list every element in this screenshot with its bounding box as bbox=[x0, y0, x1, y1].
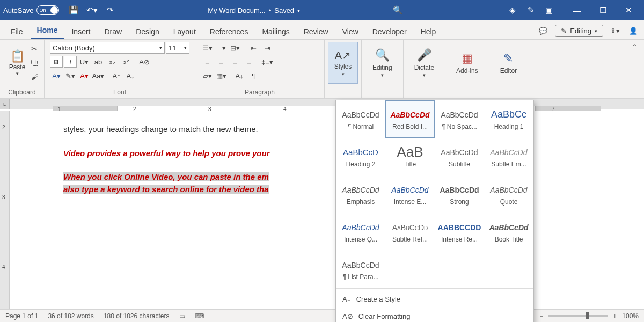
zoom-value[interactable]: 100% bbox=[622, 312, 639, 320]
styles-button[interactable]: A↗ Styles ▾ bbox=[328, 42, 358, 84]
change-case-icon[interactable]: Aa▾ bbox=[92, 70, 105, 82]
tab-references[interactable]: References bbox=[203, 23, 255, 39]
tab-developer[interactable]: Developer bbox=[366, 23, 413, 39]
copy-icon[interactable]: ⿻ bbox=[31, 58, 39, 67]
maximize-button[interactable]: ☐ bbox=[590, 1, 615, 19]
font-size-select[interactable]: 11▾ bbox=[166, 42, 189, 54]
accessibility-icon[interactable]: ⌨ bbox=[195, 312, 204, 320]
style--list-para-[interactable]: AaBbCcDd¶ List Para... bbox=[336, 251, 385, 288]
line-spacing-icon[interactable]: ‡≡▾ bbox=[261, 56, 274, 68]
comments-icon[interactable]: 💬 bbox=[537, 25, 550, 37]
bold-button[interactable]: B bbox=[50, 56, 63, 68]
borders-icon[interactable]: ▦▾ bbox=[215, 70, 228, 82]
style-intense-e-[interactable]: AaBbCcDdIntense E... bbox=[385, 175, 435, 213]
font-color-icon[interactable]: A▾ bbox=[78, 70, 91, 82]
zoom-slider[interactable] bbox=[548, 315, 608, 317]
doc-title[interactable]: My Word Docum... • Saved ▾ bbox=[208, 6, 300, 14]
page-count[interactable]: Page 1 of 1 bbox=[5, 312, 38, 320]
editor-button[interactable]: ✎ Editor bbox=[495, 42, 522, 84]
italic-button[interactable]: I bbox=[64, 56, 77, 68]
font-name-select[interactable]: Calibri (Body)▾ bbox=[50, 42, 165, 54]
account-icon[interactable]: 👤 bbox=[627, 25, 640, 37]
tab-layout[interactable]: Layout bbox=[167, 23, 202, 39]
tab-help[interactable]: Help bbox=[414, 23, 443, 39]
wand-icon[interactable]: ✎ bbox=[522, 1, 540, 19]
style--no-spac-[interactable]: AaBbCcDd¶ No Spac... bbox=[435, 100, 484, 138]
inc-indent-icon[interactable]: ⇥ bbox=[261, 42, 274, 54]
shrink-font-icon[interactable]: A↓ bbox=[124, 70, 137, 82]
undo-icon[interactable]: ↶▾ bbox=[83, 1, 101, 19]
clear-format-icon[interactable]: A⊘ bbox=[138, 56, 151, 68]
numbering-icon[interactable]: ≣▾ bbox=[215, 42, 228, 54]
style-intense-re-[interactable]: AABBCCDDIntense Re... bbox=[435, 213, 484, 251]
style-book-title[interactable]: AaBbCcDdBook Title bbox=[484, 213, 533, 251]
style-subtitle[interactable]: AaBbCcDdSubtitle bbox=[435, 138, 484, 175]
collapse-ribbon-icon[interactable]: ⌃ bbox=[632, 40, 644, 98]
tab-mailings[interactable]: Mailings bbox=[255, 23, 296, 39]
tab-draw[interactable]: Draw bbox=[98, 23, 128, 39]
style-emphasis[interactable]: AaBbCcDdEmphasis bbox=[336, 175, 385, 213]
save-icon[interactable]: 💾 bbox=[64, 1, 83, 19]
show-marks-icon[interactable]: ¶ bbox=[247, 70, 260, 82]
create-style-button[interactable]: A₊Create a Style bbox=[342, 292, 527, 306]
tab-review[interactable]: Review bbox=[297, 23, 335, 39]
sort-icon[interactable]: A↓ bbox=[233, 70, 246, 82]
align-left-icon[interactable]: ≡ bbox=[201, 56, 214, 68]
char-count[interactable]: 180 of 1026 characters bbox=[104, 312, 170, 320]
share-icon[interactable]: ⇪▾ bbox=[609, 25, 621, 37]
style--normal[interactable]: AaBbCcDd¶ Normal bbox=[336, 100, 385, 138]
tab-view[interactable]: View bbox=[336, 23, 365, 39]
titlebar: AutoSave On 💾 ↶▾ ↷ My Word Docum... • Sa… bbox=[0, 0, 644, 20]
format-painter-icon[interactable]: 🖌 bbox=[31, 72, 39, 81]
style-red-bold-i-[interactable]: AaBbCcDdRed Bold I... bbox=[385, 100, 435, 138]
redo-icon[interactable]: ↷ bbox=[101, 1, 119, 19]
grow-font-icon[interactable]: A↑ bbox=[110, 70, 123, 82]
tab-home[interactable]: Home bbox=[31, 21, 64, 39]
document-area[interactable]: 234 styles, your headings change to matc… bbox=[0, 111, 644, 309]
zoom-out-icon[interactable]: − bbox=[539, 312, 543, 320]
underline-button[interactable]: U▾ bbox=[78, 56, 91, 68]
style-heading-2[interactable]: AaBbCcDHeading 2 bbox=[336, 138, 385, 175]
align-center-icon[interactable]: ≡ bbox=[215, 56, 228, 68]
bullets-icon[interactable]: ☰▾ bbox=[201, 42, 214, 54]
focus-mode-icon[interactable]: ▭ bbox=[179, 312, 185, 320]
text-effects-icon[interactable]: A▾ bbox=[50, 70, 63, 82]
subscript-button[interactable]: x₂ bbox=[106, 56, 119, 68]
editing-button[interactable]: 🔍 Editing▾ bbox=[367, 42, 398, 84]
clear-formatting-button[interactable]: A⊘Clear Formatting bbox=[342, 309, 527, 322]
window-icon[interactable]: ▣ bbox=[540, 1, 558, 19]
align-right-icon[interactable]: ≡ bbox=[229, 56, 241, 68]
tab-file[interactable]: File bbox=[4, 23, 30, 39]
paste-button[interactable]: 📋 Paste ▾ bbox=[5, 42, 29, 84]
style-subtle-em-[interactable]: AaBbCcDdSubtle Em... bbox=[484, 138, 533, 175]
superscript-button[interactable]: x² bbox=[120, 56, 133, 68]
shading-icon[interactable]: ▱▾ bbox=[201, 70, 214, 82]
zoom-in-icon[interactable]: + bbox=[613, 312, 617, 320]
tab-design[interactable]: Design bbox=[129, 23, 166, 39]
style-subtle-ref-[interactable]: AaBbCcDdSubtle Ref... bbox=[385, 213, 435, 251]
strike-button[interactable]: ab bbox=[92, 56, 105, 68]
style-title[interactable]: AaBTitle bbox=[385, 138, 435, 175]
editing-mode[interactable]: ✎ Editing ▾ bbox=[555, 25, 603, 37]
style-quote[interactable]: AaBbCcDdQuote bbox=[484, 175, 533, 213]
cut-icon[interactable]: ✂ bbox=[31, 45, 39, 53]
addins-button[interactable]: ▦ Add-ins bbox=[451, 42, 484, 84]
style-intense-q-[interactable]: AaBbCcDdIntense Q... bbox=[336, 213, 385, 251]
diamond-icon[interactable]: ◈ bbox=[503, 1, 522, 19]
autosave-toggle[interactable]: On bbox=[36, 5, 59, 15]
highlight-icon[interactable]: ✎▾ bbox=[64, 70, 77, 82]
search-icon[interactable]: 🔍 bbox=[389, 1, 407, 19]
style-heading-1[interactable]: AaBbCcHeading 1 bbox=[484, 100, 533, 138]
word-count[interactable]: 36 of 182 words bbox=[48, 312, 93, 320]
editor-icon: ✎ bbox=[503, 51, 513, 66]
dec-indent-icon[interactable]: ⇤ bbox=[247, 42, 260, 54]
justify-icon[interactable]: ≡ bbox=[243, 56, 255, 68]
ruler-vertical[interactable]: 234 bbox=[0, 111, 10, 309]
multilevel-icon[interactable]: ⊟▾ bbox=[229, 42, 241, 54]
minimize-button[interactable]: — bbox=[565, 1, 589, 19]
style-strong[interactable]: AaBbCcDdStrong bbox=[435, 175, 484, 213]
tab-insert[interactable]: Insert bbox=[65, 23, 97, 39]
close-button[interactable]: ✕ bbox=[616, 1, 641, 19]
dictate-button[interactable]: 🎤 Dictate▾ bbox=[409, 42, 440, 84]
ruler-horizontal[interactable]: L 1 2 3 4 5 6 7 bbox=[0, 99, 644, 109]
